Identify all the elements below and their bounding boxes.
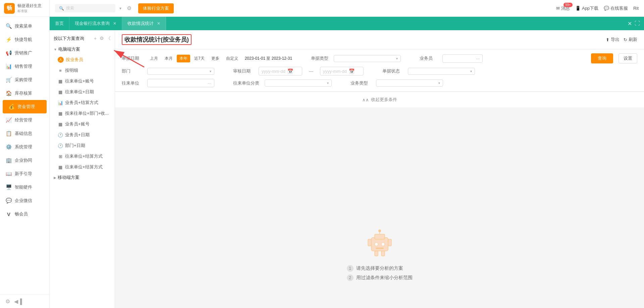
sidebar-item-finance[interactable]: 💰 资金管理 — [3, 100, 47, 113]
audit-end-input[interactable]: yyyy-mm-dd 📅 — [320, 67, 364, 75]
settings-gear-icon[interactable]: ⚙ — [5, 298, 10, 305]
export-button[interactable]: ⬆ 导出 — [606, 37, 620, 43]
marketing-icon: 📢 — [5, 50, 12, 56]
tab-collection-stat[interactable]: 收款情况统计 ✕ — [122, 17, 166, 30]
date-tab-last-month[interactable]: 上月 — [147, 55, 161, 62]
settings-button[interactable]: 设置 — [619, 53, 637, 63]
lp-item-partner-settle2[interactable]: ▦ 往来单位+结算方式 — [50, 162, 115, 172]
partner-settle2-icon: ▦ — [58, 164, 63, 170]
scheme-settings-icon[interactable]: ⚙ — [100, 36, 104, 42]
date-label: 单据日期 — [122, 55, 142, 61]
app-download-link[interactable]: 📱 App下载 — [575, 5, 598, 11]
svg-rect-1 — [375, 234, 385, 239]
sidebar-item-purchase[interactable]: 🛒 采购管理 — [0, 73, 49, 87]
user-name[interactable]: Rit — [633, 6, 639, 11]
audit-end-cal-icon: 📅 — [349, 68, 355, 74]
online-service-link[interactable]: 💬 在线客服 — [604, 5, 628, 11]
date-tab-this-year[interactable]: 本年 — [177, 55, 190, 62]
salesperson-select[interactable]: ··· — [442, 54, 483, 63]
sidebar-item-business[interactable]: 📈 经营管理 — [0, 113, 49, 127]
tab-collection-stat-close[interactable]: ✕ — [157, 21, 160, 26]
tabbar-right: ✕ ⛶ — [628, 20, 644, 27]
lp-item-salesperson-settle[interactable]: 📊 业务员+结算方式 — [50, 97, 115, 108]
business-type-select[interactable]: ▾ — [376, 80, 443, 87]
enterprise-icon: 🏢 — [5, 157, 12, 164]
desktop-section: ▼ 电脑端方案 人 按业务员 ≡ 按明细 ▦ 往来单位+账号 — [50, 44, 115, 172]
sidebar-item-search-menu[interactable]: 🔍 搜索菜单 — [0, 19, 49, 33]
trial-industry-button[interactable]: 体验行业方案 — [138, 3, 174, 13]
query-button[interactable]: 查询 — [591, 53, 613, 63]
sidebar-item-basic-info[interactable]: 📋 基础信息 — [0, 127, 49, 140]
purchase-icon: 🛒 — [5, 76, 12, 83]
voucher-type-select[interactable]: ▾ — [334, 55, 401, 62]
dept-select[interactable]: ▾ — [147, 68, 214, 75]
tabbar: 首页 现金银行流水查询 ✕ 收款情况统计 ✕ ✕ ⛶ — [50, 17, 644, 30]
lp-item-partner-date[interactable]: ▦ 往来单位+日期 — [50, 87, 115, 97]
lp-item-dept-date[interactable]: 🕐 部门+日期 — [50, 140, 115, 151]
svg-rect-5 — [368, 239, 371, 246]
date-tab-this-month[interactable]: 本月 — [162, 55, 175, 62]
sidebar: 畅 畅捷通好生意 标准版 🔍 搜索菜单 ⚡ 快捷导航 📢 营销推广 📊 销售管理 — [0, 0, 50, 308]
topbar-search[interactable]: 🔍 搜索 — [55, 4, 115, 12]
desktop-collapse-arrow: ▼ — [54, 48, 57, 51]
date-tab-last7[interactable]: 近7天 — [192, 55, 207, 62]
sidebar-item-marketing[interactable]: 📢 营销推广 — [0, 46, 49, 60]
audit-start-input[interactable]: yyyy-mm-dd 📅 — [259, 67, 302, 75]
sidebar-item-sales[interactable]: 📊 销售管理 — [0, 60, 49, 73]
content-body: 1 请先选择要分析的方案 2 用过滤条件来缩小分析范围 — [115, 107, 644, 308]
refresh-icon: ↻ — [624, 37, 627, 42]
logo-text: 畅捷通好生意 标准版 — [17, 3, 42, 13]
dept-arrow: ▾ — [210, 69, 211, 73]
refresh-button[interactable]: ↻ 刷新 — [624, 37, 637, 43]
tab-bank-flow-close[interactable]: ✕ — [113, 21, 116, 26]
salesperson-account-icon: ▦ — [58, 121, 63, 127]
collapse-sidebar-icon[interactable]: ◀▐ — [14, 298, 22, 305]
partner-select[interactable]: ··· — [147, 79, 214, 87]
sidebar-item-system[interactable]: ⚙️ 系统管理 — [0, 140, 49, 154]
tab-home[interactable]: 首页 — [50, 17, 69, 30]
dept-date-icon: 🕐 — [58, 143, 63, 148]
partner-date-icon: ▦ — [58, 89, 63, 95]
sidebar-logo: 畅 畅捷通好生意 标准版 — [0, 0, 49, 17]
partner-dots[interactable]: ··· — [208, 81, 211, 86]
sidebar-footer: ⚙ ◀▐ — [0, 295, 49, 308]
collapse-button[interactable]: ∧∧ 收起更多条件 — [360, 94, 400, 105]
salesperson-dots[interactable]: ··· — [476, 56, 480, 61]
lp-item-by-detail[interactable]: ≡ 按明细 — [50, 65, 115, 76]
sidebar-item-smart-hw[interactable]: 🖥️ 智能硬件 — [0, 181, 49, 194]
sidebar-item-inventory[interactable]: 🏠 库存核算 — [0, 87, 49, 100]
lp-item-partner-account[interactable]: ▦ 往来单位+账号 — [50, 76, 115, 87]
date-range-display: 2023-01-01 至 2023-12-31 — [245, 56, 292, 61]
date-tab-custom[interactable]: 自定义 — [223, 55, 241, 62]
lp-item-by-salesperson[interactable]: 人 按业务员 — [50, 54, 115, 65]
partner-category-select[interactable]: ▾ — [265, 80, 332, 87]
topbar-gear-icon[interactable]: ⚙ — [127, 5, 131, 11]
topbar-dropdown-arrow[interactable]: ▾ — [119, 6, 121, 11]
tab-close-all-icon[interactable]: ✕ — [628, 20, 632, 27]
topbar-search-icon: 🔍 — [59, 6, 64, 11]
vip-icon: V — [5, 211, 12, 217]
lp-item-partner-settle1[interactable]: ⊞ 往来单位+结算方式 — [50, 151, 115, 162]
sidebar-item-wechat[interactable]: 💬 企业微信 — [0, 194, 49, 207]
tip-num-1: 1 — [347, 265, 354, 272]
desktop-section-header[interactable]: ▼ 电脑端方案 — [50, 44, 115, 54]
sidebar-item-guide[interactable]: 📖 新手引导 — [0, 167, 49, 181]
tab-maximize-icon[interactable]: ⛶ — [635, 20, 640, 27]
collapse-panel-icon[interactable]: 《 — [106, 36, 111, 42]
tab-bank-flow[interactable]: 现金银行流水查询 ✕ — [69, 17, 122, 30]
business-icon: 📈 — [5, 117, 12, 123]
add-scheme-icon[interactable]: ＋ — [93, 36, 98, 42]
empty-tip-1: 1 请先选择要分析的方案 — [347, 265, 413, 272]
date-tab-more[interactable]: 更多 — [209, 55, 222, 62]
lp-item-salesperson-account[interactable]: ▦ 业务员+账号 — [50, 119, 115, 130]
lp-item-partner-dept[interactable]: ▦ 按来往单位+部门+收... — [50, 108, 115, 119]
sidebar-item-enterprise[interactable]: 🏢 企业协同 — [0, 154, 49, 167]
page-header: 收款情况统计(按业务员) ⬆ 导出 ↻ 刷新 — [115, 30, 644, 49]
svg-rect-7 — [375, 251, 378, 256]
sidebar-item-quick-nav[interactable]: ⚡ 快捷导航 — [0, 33, 49, 46]
mobile-section-header[interactable]: ▶ 移动端方案 — [50, 172, 115, 183]
lp-item-salesperson-date[interactable]: 🕐 业务员+日期 — [50, 130, 115, 140]
sidebar-item-vip[interactable]: V 畅会员 — [0, 207, 49, 221]
voucher-status-select[interactable]: ▾ — [408, 68, 475, 75]
message-button[interactable]: ✉ 消息 99+ — [556, 5, 570, 11]
